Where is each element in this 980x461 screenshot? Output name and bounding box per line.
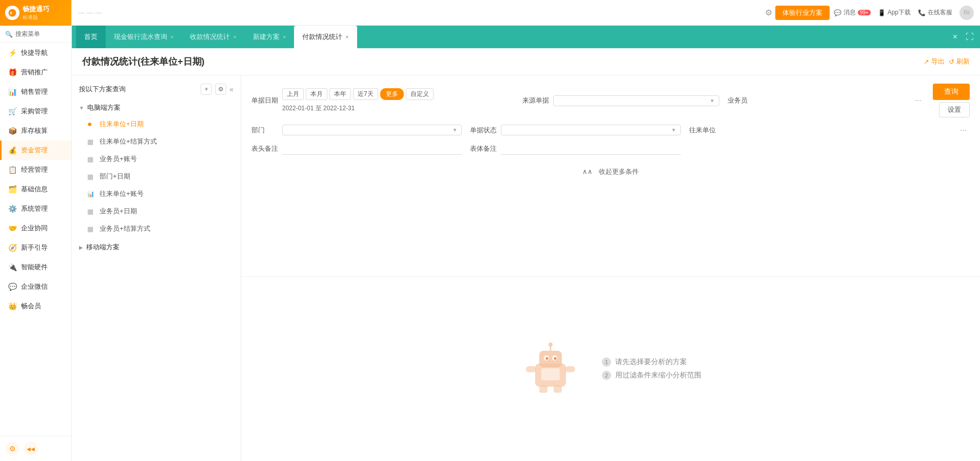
- tab-receivable-stat[interactable]: 收款情况统计 ×: [182, 26, 244, 48]
- tab-payment-stat[interactable]: 付款情况统计 ×: [294, 26, 357, 48]
- tabbar-fullscreen-btn[interactable]: ⛶: [964, 30, 976, 44]
- collapse-more-btn[interactable]: ∧∧ 收起更多条件: [251, 162, 970, 182]
- capital-label: 资金管理: [21, 146, 48, 155]
- scheme-item-salesperson-date[interactable]: ▦ 业务员+日期: [72, 203, 241, 220]
- panel-and-filter: 按以下方案查询 + ⚙ « ▼ 电脑端方案 ●: [72, 75, 980, 461]
- sidebar-item-wechat[interactable]: 💬 企业微信: [0, 277, 71, 296]
- scheme-group-mobile-header[interactable]: ▶ 移动端方案: [72, 239, 241, 255]
- doc-status-field: 单据状态 ▼: [470, 125, 680, 135]
- messages-item[interactable]: 💬 消息 99+: [834, 8, 871, 17]
- doc-status-label: 单据状态: [470, 126, 497, 135]
- scheme-item-counterpart-account[interactable]: 📊 往来单位+账号: [72, 185, 241, 203]
- search-menu[interactable]: 🔍 搜索菜单: [0, 26, 71, 43]
- collapse-sidebar-btn[interactable]: ◀◀: [24, 442, 38, 456]
- scheme-item-salesperson-account[interactable]: ▦ 业务员+账号: [72, 150, 241, 168]
- date-btn-custom[interactable]: 自定义: [406, 88, 434, 100]
- action-btns: 查询 设置: [933, 84, 970, 117]
- export-btn[interactable]: ↗ 导出: [924, 57, 945, 66]
- scheme-settings-btn[interactable]: ⚙: [215, 84, 226, 95]
- settings-bottom-btn[interactable]: ⚙: [5, 442, 19, 456]
- search-icon: 🔍: [5, 31, 13, 38]
- inventory-label: 库存核算: [21, 126, 48, 135]
- sidebar-item-inventory[interactable]: 📦 库存核算: [0, 121, 71, 141]
- scheme-item-dept-date[interactable]: ▦ 部门+日期: [72, 168, 241, 185]
- tab-new-scheme-close[interactable]: ×: [283, 34, 286, 40]
- sidebar-item-enterprise[interactable]: 🤝 企业协同: [0, 218, 71, 238]
- member-icon: 👑: [8, 302, 17, 311]
- tip-1-text: 请先选择要分析的方案: [615, 357, 687, 367]
- doc-status-select[interactable]: ▼: [501, 125, 680, 135]
- scheme-group-pc-header[interactable]: ▼ 电脑端方案: [72, 100, 241, 115]
- trial-btn[interactable]: 体验行业方案: [775, 6, 830, 20]
- tab-home[interactable]: 首页: [76, 26, 106, 48]
- messages-label: 消息: [844, 8, 856, 17]
- app-download-item[interactable]: 📱 App下载: [878, 8, 911, 17]
- counterpart-dots[interactable]: ···: [957, 126, 970, 135]
- add-scheme-btn[interactable]: +: [201, 84, 212, 95]
- empty-tip-2: 2 用过滤条件来缩小分析范围: [602, 371, 701, 380]
- sidebar-item-sales[interactable]: 📊 销售管理: [0, 82, 71, 102]
- source-select[interactable]: ▼: [553, 95, 719, 106]
- topbar-settings-icon[interactable]: ⚙: [765, 8, 772, 17]
- online-support-item[interactable]: 📞 在线客服: [918, 8, 952, 17]
- date-controls: 上月 本月 本年 近7天 更多 自定义 2022-01-01 至 2022-12…: [282, 88, 434, 113]
- scheme-icon-3: ▦: [87, 173, 95, 181]
- body-note-input[interactable]: [501, 143, 680, 155]
- tabbar-close-all-btn[interactable]: ×: [951, 30, 959, 44]
- tab-receivable-stat-close[interactable]: ×: [233, 34, 236, 40]
- scheme-icon-4: 📊: [87, 191, 95, 197]
- date-btn-more[interactable]: 更多: [380, 88, 404, 100]
- tab-receivable-stat-label: 收款情况统计: [190, 32, 230, 42]
- tab-payment-stat-label: 付款情况统计: [302, 32, 342, 42]
- sidebar-edition: 标准版: [23, 14, 49, 21]
- tab-new-scheme[interactable]: 新建方案 ×: [245, 26, 294, 48]
- guide-icon: 🧭: [8, 243, 17, 252]
- sidebar-item-guide[interactable]: 🧭 新手引导: [0, 238, 71, 257]
- sidebar-item-system[interactable]: ⚙️ 系统管理: [0, 199, 71, 218]
- filter-row-1: 单据日期 上月 本月 本年 近7天 更多 自定义 20: [251, 84, 970, 117]
- export-icon: ↗: [924, 58, 929, 66]
- salesperson-dots[interactable]: ···: [912, 96, 925, 105]
- left-panel-header: 按以下方案查询 + ⚙ «: [72, 81, 241, 100]
- sidebar-item-basic[interactable]: 🗂️ 基础信息: [0, 179, 71, 199]
- date-btn-this-year[interactable]: 本年: [329, 88, 351, 100]
- dept-select[interactable]: ▼: [282, 125, 462, 135]
- pc-group-arrow: ▼: [79, 105, 84, 111]
- sidebar-item-purchase[interactable]: 🛒 采购管理: [0, 102, 71, 121]
- sidebar-item-quick-nav[interactable]: ⚡ 快捷导航: [0, 43, 71, 63]
- sidebar-item-member[interactable]: 👑 畅会员: [0, 296, 71, 316]
- query-btn[interactable]: 查询: [933, 84, 970, 100]
- svg-point-7: [554, 357, 557, 360]
- tab-new-scheme-label: 新建方案: [253, 32, 280, 42]
- date-btn-this-month[interactable]: 本月: [306, 88, 327, 100]
- counterpart-field: 往来单位 ···: [689, 126, 970, 135]
- sidebar-item-operations[interactable]: 📋 经营管理: [0, 160, 71, 179]
- header-note-input[interactable]: [282, 143, 462, 155]
- tab-payment-stat-close[interactable]: ×: [345, 34, 348, 40]
- collapse-panel-btn[interactable]: «: [229, 85, 233, 93]
- member-label: 畅会员: [21, 302, 41, 311]
- tab-bank-flow[interactable]: 现金银行流水查询 ×: [106, 26, 182, 48]
- active-scheme-icon: ●: [87, 119, 95, 129]
- scheme-item-salesperson-settlement[interactable]: ▦ 业务员+结算方式: [72, 220, 241, 237]
- date-btn-7days[interactable]: 近7天: [353, 88, 378, 100]
- svg-point-0: [9, 9, 16, 17]
- date-btn-last-month[interactable]: 上月: [282, 88, 304, 100]
- empty-illustration: [520, 343, 581, 394]
- scheme-item-counterpart-date[interactable]: ● 往来单位+日期: [72, 115, 241, 133]
- refresh-btn[interactable]: ↺ 刷新: [949, 57, 970, 66]
- scheme-item-counterpart-settlement[interactable]: ▦ 往来单位+结算方式: [72, 133, 241, 150]
- svg-point-9: [548, 343, 553, 347]
- sidebar-nav: ⚡ 快捷导航 🎁 营销推广 📊 销售管理 🛒 采购管理 📦 库存核算 💰 资金管…: [0, 43, 71, 436]
- sidebar-item-marketing[interactable]: 🎁 营销推广: [0, 63, 71, 82]
- message-icon: 💬: [834, 9, 841, 16]
- topbar-controls: ⚙ 体验行业方案: [765, 6, 830, 20]
- tabbar-actions: × ⛶: [951, 30, 976, 44]
- setting-btn[interactable]: 设置: [939, 102, 970, 117]
- header-note-field: 表头备注: [251, 143, 462, 155]
- sidebar-item-hardware[interactable]: 🔌 智能硬件: [0, 257, 71, 277]
- sidebar-item-capital[interactable]: 💰 资金管理: [0, 141, 71, 160]
- avatar[interactable]: Rit: [959, 6, 974, 20]
- tab-bank-flow-close[interactable]: ×: [170, 34, 173, 40]
- app-download-label: App下载: [888, 8, 911, 17]
